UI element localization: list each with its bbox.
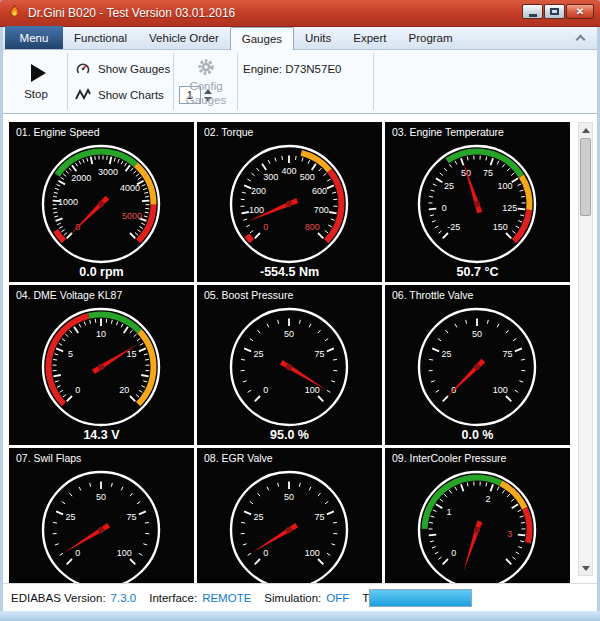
scroll-up-button[interactable] [579, 123, 592, 137]
gauge-scale-label: 1000 [58, 197, 78, 207]
group-separator [237, 53, 238, 110]
tab-expert[interactable]: Expert [342, 27, 397, 49]
gauge-scale-label: 50 [284, 329, 294, 339]
gauge-dial: 0123 [385, 448, 570, 583]
gauge-scale-label: 100 [305, 385, 320, 395]
gauge-panel-01: 01. Engine Speed0100020003000400050000.0… [9, 122, 194, 282]
gauge-scale-label: 300 [263, 172, 278, 182]
gauge-panel-07: 07. Swil Flaps0255075100 [9, 448, 194, 583]
gauge-needle [62, 523, 111, 556]
gauge-scale-label: 75 [483, 168, 493, 178]
gauge-scale-label: 3000 [98, 167, 118, 177]
gauge-panel-06: 06. Throttle Valve02550751000.0 % [385, 285, 570, 445]
group-separator [173, 53, 174, 110]
gauge-title: 06. Throttle Valve [392, 289, 473, 301]
gauge-dial: 010002000300040005000 [9, 122, 194, 282]
ribbon-tab-row: Menu FunctionalVehicle OrderGaugesUnitsE… [3, 27, 597, 50]
gauge-panel-09: 09. InterCooler Pressure0123 [385, 448, 570, 583]
gauge-scale-label: 100 [493, 385, 508, 395]
gauge-panel-02: 02. Torque0100200300400500600700800-554.… [197, 122, 382, 282]
gauge-panel-03: 03. Engine Temperature-25025507510012515… [385, 122, 570, 282]
gauge-scale-label: 100 [497, 181, 512, 191]
gauge-title: 02. Torque [204, 126, 253, 138]
tab-functional[interactable]: Functional [63, 27, 138, 49]
gauge-scale-label: 150 [493, 222, 508, 232]
play-icon [31, 64, 46, 82]
gauge-needle [444, 358, 486, 400]
gauge-scale-label: 25 [254, 349, 264, 359]
gauge-value: 0.0 rpm [9, 265, 194, 279]
gauge-scale-label: 500 [300, 172, 315, 182]
gauge-scale-label: 3 [507, 529, 512, 539]
gauge-scale-label: 200 [251, 186, 266, 196]
gauge-scale-label: 25 [444, 181, 454, 191]
gauge-scale-label: 0 [263, 222, 268, 232]
status-label: Interface: [149, 592, 197, 604]
app-flame-icon [7, 4, 22, 23]
close-icon: ✕ [576, 7, 584, 17]
gauge-scale-label: 4000 [120, 183, 140, 193]
gauge-scale-label: 0 [451, 548, 456, 558]
gauge-zone-arc [501, 483, 525, 508]
scrollbar-thumb[interactable] [580, 138, 591, 216]
gauge-scale-label: 0 [263, 385, 268, 395]
menu-button[interactable]: Menu [5, 26, 63, 49]
group-separator [67, 53, 68, 110]
gauge-zone-arc [301, 153, 329, 171]
triangle-down-icon [582, 566, 590, 571]
gauge-needle [250, 523, 299, 556]
gauge-scale-label: -25 [447, 222, 460, 232]
gauge-panel-08: 08. EGR Valve0255075100 [197, 448, 382, 583]
ribbon-collapse-button[interactable] [573, 31, 587, 45]
gauge-zone-arc [138, 331, 153, 404]
gauge-panel-05: 05. Boost Pressure025507510095.0 % [197, 285, 382, 445]
gauge-scale-label: 1 [447, 507, 452, 517]
gauge-title: 01. Engine Speed [16, 126, 100, 138]
gauge-scale-label: 400 [281, 166, 296, 176]
stop-button-label: Stop [24, 88, 48, 100]
scroll-down-button[interactable] [579, 561, 592, 575]
app-window: Dr.Gini B020 - Test Version 03.01.2016 ✕… [0, 0, 600, 621]
gauge-scale-label: 2000 [71, 173, 91, 183]
gauge-scale-label: 5 [68, 349, 73, 359]
maximize-button[interactable] [544, 4, 565, 19]
gauge-scale-label: 800 [305, 222, 320, 232]
gauge-scale-label: 25 [66, 512, 76, 522]
title-bar: Dr.Gini B020 - Test Version 03.01.2016 ✕ [0, 0, 600, 27]
close-button[interactable]: ✕ [566, 4, 594, 19]
gauge-needle [460, 520, 482, 572]
minimize-button[interactable] [522, 4, 543, 19]
gauge-scale-label: 2 [485, 494, 490, 504]
stop-button[interactable]: Stop [11, 54, 61, 110]
gauge-scale-label: 50 [284, 492, 294, 502]
gauge-value: 14.3 V [9, 428, 194, 442]
gauge-grid: 01. Engine Speed0100020003000400050000.0… [9, 122, 570, 583]
show-charts-icon [75, 87, 91, 103]
gauge-title: 05. Boost Pressure [204, 289, 293, 301]
gauge-dial: 05101520 [9, 285, 194, 445]
gauge-dial: 0255075100 [197, 285, 382, 445]
status-value: 7.3.0 [111, 592, 137, 604]
triangle-up-icon [582, 128, 590, 133]
gauge-title: 04. DME Voltage KL87 [16, 289, 122, 301]
maximize-icon [550, 8, 559, 15]
gauge-title: 03. Engine Temperature [392, 126, 504, 138]
show-gauges-button[interactable]: Show Gauges [75, 58, 170, 80]
gauge-scale-label: 75 [314, 349, 324, 359]
progress-bar [369, 589, 472, 607]
gauge-value: 95.0 % [197, 428, 382, 442]
gauge-scale-label: 0 [75, 385, 80, 395]
gauge-title: 08. EGR Valve [204, 452, 273, 464]
group-separator [373, 53, 374, 110]
gauge-zone-arc [247, 235, 252, 241]
vertical-scrollbar[interactable] [578, 122, 593, 576]
tab-gauges[interactable]: Gauges [230, 27, 294, 50]
tab-program[interactable]: Program [397, 27, 463, 49]
gauge-scale-label: 25 [442, 349, 452, 359]
gauge-scale-label: 50 [461, 168, 471, 178]
gauge-scale-label: 700 [314, 205, 329, 215]
tab-units[interactable]: Units [294, 27, 342, 49]
gauge-zone-arc [56, 230, 64, 241]
ribbon-tabs: FunctionalVehicle OrderGaugesUnitsExpert… [63, 27, 464, 49]
tab-vehicle-order[interactable]: Vehicle Order [138, 27, 230, 49]
